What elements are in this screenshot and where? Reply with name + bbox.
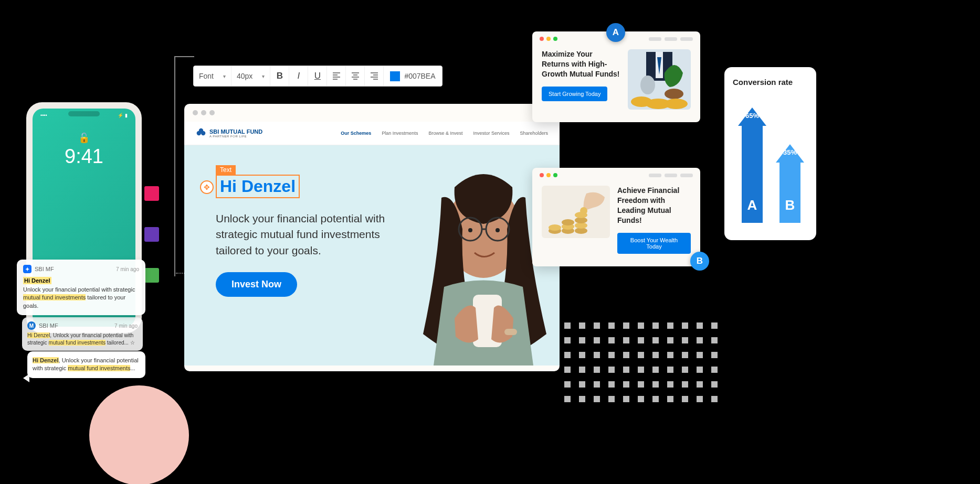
nav-browse-invest[interactable]: Browse & Invest — [428, 131, 462, 136]
nav-our-schemes[interactable]: Our Schemes — [341, 131, 371, 136]
channel-icon-1 — [144, 186, 159, 201]
bold-button[interactable]: B — [270, 66, 289, 86]
svg-point-21 — [549, 224, 561, 231]
logo[interactable]: SBI MUTUAL FUNDA PARTNER FOR LIFE — [196, 128, 262, 138]
decorative-circle — [89, 385, 189, 484]
variant-a-window: Maximize Your Returns with High-Growth M… — [532, 31, 700, 122]
color-swatch — [390, 71, 400, 81]
svg-point-24 — [562, 219, 574, 225]
svg-point-2 — [199, 128, 203, 133]
chart-label-b: B — [785, 197, 795, 213]
hero-description: Unlock your financial potential with str… — [216, 211, 405, 259]
color-picker[interactable]: #007BEA — [384, 66, 441, 86]
channel-icon-3 — [144, 268, 159, 283]
element-type-label: Text — [216, 165, 236, 175]
chart-bar-a: 65% A — [738, 107, 766, 223]
variant-b-cta-button[interactable]: Boost Your Wealth Today — [617, 233, 691, 254]
svg-point-29 — [580, 207, 587, 214]
invest-now-button[interactable]: Invest Now — [216, 272, 297, 297]
variant-a-image — [628, 49, 691, 110]
italic-button[interactable]: I — [289, 66, 308, 86]
website-preview-window: SBI MUTUAL FUNDA PARTNER FOR LIFE Our Sc… — [184, 104, 560, 371]
variant-a-cta-button[interactable]: Start Growing Today — [542, 87, 607, 101]
push-notification-1[interactable]: ✦SBI MF 7 min ago Hi Denzel Unlock your … — [17, 260, 145, 315]
chevron-down-icon: ▾ — [262, 73, 265, 79]
conversion-rate-card: Conversion rate 65% A 35% B — [724, 67, 816, 240]
variant-b-image — [542, 186, 610, 238]
align-right-button[interactable] — [365, 66, 384, 86]
text-toolbar: Font▾ 40px▾ B I U #007BEA — [193, 66, 442, 87]
align-center-button[interactable] — [346, 66, 365, 86]
hero-section: Text ✥ Hi Denzel Unlock your financial p… — [184, 145, 560, 365]
nav-shareholders[interactable]: Shareholders — [520, 131, 548, 136]
push-notification-2[interactable]: MSBI MF 7 min ago Hi Denzel, Unlock your… — [22, 317, 143, 351]
svg-point-15 — [640, 76, 655, 94]
chevron-down-icon: ▾ — [223, 73, 226, 79]
lock-icon: 🔓 — [78, 132, 90, 144]
chart-value-a: 65% — [745, 112, 759, 120]
chart-title: Conversion rate — [733, 78, 808, 87]
nav-plan-investments[interactable]: Plan Investments — [382, 131, 418, 136]
svg-point-14 — [665, 89, 683, 99]
nav-investor-services[interactable]: Investor Services — [473, 131, 509, 136]
underline-button[interactable]: U — [308, 66, 327, 86]
phone-time: 9:41 — [65, 145, 103, 168]
app-icon: M — [27, 321, 36, 330]
align-left-button[interactable] — [327, 66, 346, 86]
svg-rect-10 — [504, 329, 517, 335]
size-selector[interactable]: 40px▾ — [231, 66, 270, 86]
chat-bubble[interactable]: Hi Denzel, Unlock your financial potenti… — [27, 351, 145, 378]
site-header: SBI MUTUAL FUNDA PARTNER FOR LIFE Our Sc… — [184, 122, 560, 145]
variant-b-window: Achieve Financial Freedom with Leading M… — [532, 168, 700, 266]
conversion-chart: 65% A 35% B — [733, 92, 808, 223]
svg-point-7 — [468, 228, 472, 232]
variant-b-badge: B — [690, 252, 709, 271]
font-selector[interactable]: Font▾ — [194, 66, 231, 86]
chart-label-a: A — [747, 197, 757, 213]
sbi-app-icon: ✦ — [23, 265, 31, 273]
chart-value-b: 35% — [783, 148, 797, 156]
channel-icon-2 — [144, 227, 159, 242]
variant-a-title: Maximize Your Returns with High-Growth M… — [542, 49, 620, 79]
svg-point-8 — [496, 228, 500, 232]
variant-b-title: Achieve Financial Freedom with Leading M… — [617, 186, 691, 225]
variant-a-badge: A — [606, 23, 625, 42]
decorative-dot-grid — [564, 322, 718, 402]
move-handle-icon[interactable]: ✥ — [200, 180, 214, 194]
chart-bar-b: 35% B — [776, 144, 804, 223]
svg-point-18 — [665, 99, 688, 109]
hero-greeting-text[interactable]: Hi Denzel — [216, 175, 300, 198]
